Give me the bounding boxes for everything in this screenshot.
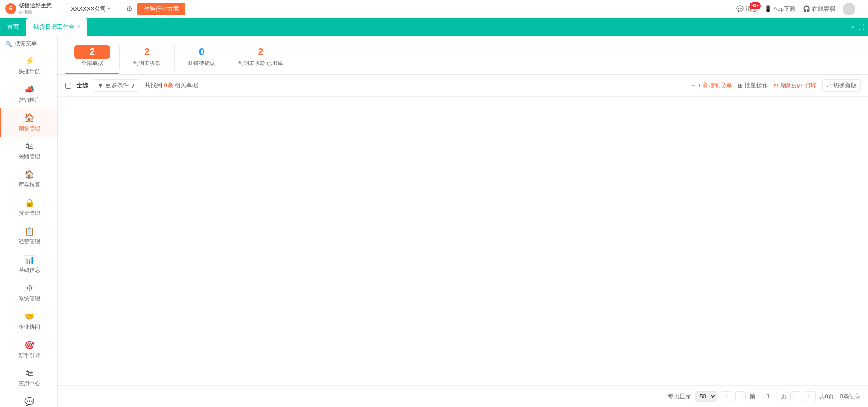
- wecom-icon: 💬: [24, 397, 34, 407]
- sidebar-item-label: 经营管理: [19, 238, 40, 246]
- quick-nav-icon: ⚡: [24, 56, 34, 66]
- fullscreen-icon[interactable]: ⛶: [858, 23, 864, 31]
- last-page-button[interactable]: 》: [805, 391, 816, 402]
- first-page-button[interactable]: 《: [721, 391, 731, 402]
- tab-bar-right: × ⛶: [851, 23, 868, 31]
- sidebar-item-label: 采购管理: [19, 153, 40, 160]
- sidebar-item-marketing[interactable]: 📣 营销推广: [0, 80, 57, 108]
- settings-button[interactable]: ⚙: [123, 3, 136, 15]
- tab-close-icon[interactable]: ×: [77, 24, 80, 30]
- message-icon: 💬: [736, 5, 744, 12]
- app-download-button[interactable]: 📱 App下载: [764, 5, 796, 13]
- online-service-label: 在线客服: [812, 5, 835, 13]
- sidebar: 🔍 搜索菜单 ⚡ 快捷导航 📣 营销推广 🏠 销售管理 🛍 采购管理 🏠 库存核…: [0, 36, 58, 407]
- stat-all-num: 2: [74, 45, 110, 59]
- app-version: 标准版: [19, 9, 52, 15]
- switch-label: 切换新版: [833, 81, 857, 89]
- page-suffix: 页: [781, 393, 787, 401]
- sidebar-search[interactable]: 🔍 搜索菜单: [0, 36, 57, 51]
- stat-shipped-label: 到期未收款 已出库: [238, 60, 283, 67]
- headset-icon: 🎧: [803, 5, 810, 12]
- tab-home-label: 首页: [7, 23, 19, 31]
- app-name: 畅捷通好生意: [19, 2, 52, 9]
- sidebar-item-cooperation[interactable]: 🤝 企业协同: [0, 307, 57, 336]
- tab-home[interactable]: 首页: [0, 18, 26, 36]
- content-area: 2 全部单据 2 到期未收款 0 旺铺待确认 2 到期未收款 已出库 全选: [58, 36, 868, 407]
- stat-pending-num: 0: [184, 45, 220, 59]
- found-suffix: 相关单据: [175, 82, 198, 89]
- trial-button[interactable]: 体验行业方案: [137, 3, 185, 15]
- sidebar-item-sales[interactable]: 🏠 销售管理: [0, 108, 57, 137]
- stat-overdue-num: 2: [129, 45, 165, 59]
- tab-workbench[interactable]: 钱货日清工作台 ×: [26, 18, 87, 36]
- filter-icon: ▼: [98, 82, 104, 89]
- operations-icon: 📋: [24, 226, 34, 236]
- stat-card-shipped[interactable]: 2 到期未收款 已出库: [229, 42, 292, 74]
- sidebar-item-appstore[interactable]: 🛍 应用中心: [0, 364, 57, 392]
- header-right: 💬 消息 99+ 📱 App下载 🎧 在线客服: [736, 3, 863, 15]
- select-all-checkbox[interactable]: [65, 83, 71, 89]
- switch-version-button[interactable]: ⇌ 切换新版: [822, 79, 861, 92]
- refresh-icon: ↻: [774, 82, 778, 89]
- sidebar-item-basics[interactable]: 📊 基础信息: [0, 250, 57, 279]
- avatar[interactable]: [843, 3, 855, 15]
- next-page-button[interactable]: 〉: [790, 391, 801, 402]
- often-badge: OfTEn: [781, 82, 798, 89]
- sidebar-item-operations[interactable]: 📋 经营管理: [0, 222, 57, 250]
- company-selector[interactable]: XXXXXX公司 ▾: [67, 3, 121, 15]
- sidebar-item-purchase[interactable]: 🛍 采购管理: [0, 137, 57, 165]
- sidebar-item-finance[interactable]: 🔒 资金管理: [0, 193, 57, 222]
- sidebar-item-guide[interactable]: 🎯 新手引导: [0, 336, 57, 364]
- online-service-button[interactable]: 🎧 在线客服: [803, 5, 835, 13]
- filter-label: 更多条件: [105, 81, 129, 89]
- stat-shipped-num: 2: [238, 45, 283, 59]
- print-label: 打印: [805, 81, 817, 89]
- search-icon: 🔍: [5, 41, 12, 47]
- stat-card-pending[interactable]: 0 旺铺待确认: [175, 42, 229, 74]
- batch-label: 批量操作: [745, 81, 768, 89]
- total-records-text: 共0页，0条记录: [819, 393, 861, 401]
- stat-card-all[interactable]: 2 全部单据: [65, 42, 119, 74]
- sidebar-item-label: 系统管理: [19, 295, 40, 303]
- close-window-icon[interactable]: ×: [851, 23, 854, 31]
- marketing-icon: 📣: [24, 84, 34, 94]
- prev-page-button[interactable]: 〈: [735, 391, 746, 402]
- batch-icon: ⊞: [738, 82, 743, 89]
- finance-icon: 🔒: [24, 198, 34, 208]
- basics-icon: 📊: [24, 255, 34, 265]
- per-page-select[interactable]: 50: [695, 391, 717, 402]
- system-icon: ⚙: [26, 283, 33, 293]
- inventory-icon: 🏠: [24, 169, 34, 179]
- sidebar-item-system[interactable]: ⚙ 系统管理: [0, 279, 57, 307]
- stat-all-label: 全部单据: [74, 60, 110, 67]
- found-prefix: 共找到: [145, 82, 162, 89]
- add-sale-order-button[interactable]: ＋ + 新增销货单: [690, 81, 732, 89]
- sidebar-item-label: 快捷导航: [19, 68, 40, 75]
- main-layout: 🔍 搜索菜单 ⚡ 快捷导航 📣 营销推广 🏠 销售管理 🛍 采购管理 🏠 库存核…: [0, 36, 868, 407]
- sidebar-item-quick-nav[interactable]: ⚡ 快捷导航: [0, 51, 57, 80]
- page-prefix: 第: [750, 393, 755, 401]
- stat-overdue-label: 到期未收款: [129, 60, 165, 67]
- company-chevron-icon: ▾: [108, 6, 110, 11]
- sidebar-item-inventory[interactable]: 🏠 库存核算: [0, 165, 57, 193]
- logo-area: 6 畅捷通好生意 标准版: [5, 2, 63, 15]
- sidebar-item-wecom[interactable]: 💬 企业微信: [0, 392, 57, 407]
- sidebar-item-label: 资金管理: [19, 210, 40, 217]
- toolbar: 全选 ▼ 更多条件 ∨ 共找到 0条 相关单据 ＋ + 新增销货单 ⊞ 批量操作: [58, 75, 868, 97]
- phone-icon: 📱: [764, 5, 772, 12]
- tab-bar: 首页 钱货日清工作台 × × ⛶: [0, 18, 868, 36]
- stat-card-overdue[interactable]: 2 到期未收款: [120, 42, 174, 74]
- page-number-input[interactable]: [759, 392, 777, 401]
- sales-icon: 🏠: [24, 113, 34, 123]
- logo-text-area: 畅捷通好生意 标准版: [19, 2, 52, 15]
- pagination-bar: 每页显示 50 《 〈 第 页 〉 》 共0页，0条记录: [58, 385, 868, 407]
- guide-icon: 🎯: [24, 340, 34, 350]
- filter-button[interactable]: ▼ 更多条件 ∨: [94, 79, 139, 92]
- print-button[interactable]: 🖨 打印: [797, 81, 817, 89]
- sidebar-item-label: 新手引导: [19, 352, 40, 360]
- batch-operation-button[interactable]: ⊞ 批量操作: [738, 81, 768, 89]
- company-name: XXXXXX公司: [71, 5, 106, 13]
- stat-pending-label: 旺铺待确认: [184, 60, 220, 67]
- appstore-icon: 🛍: [25, 369, 33, 378]
- messages-button[interactable]: 💬 消息 99+: [736, 5, 757, 13]
